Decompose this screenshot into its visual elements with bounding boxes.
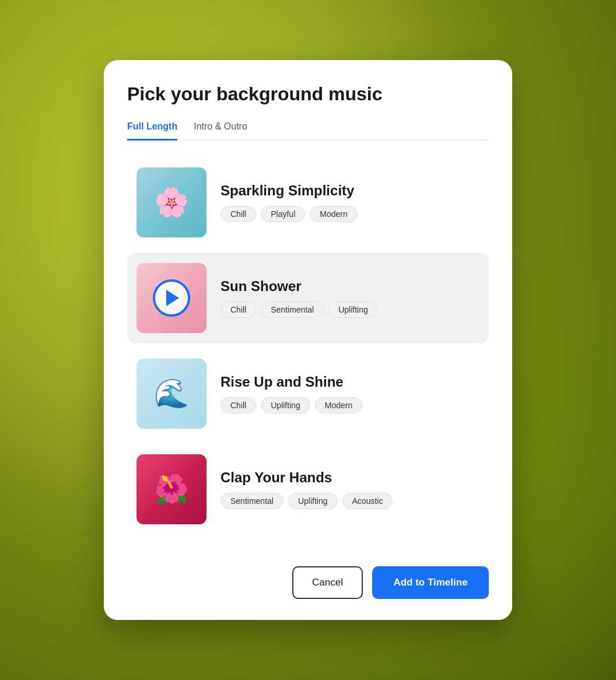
tag-chill-3: Chill [220, 397, 256, 413]
track-name-sun-shower: Sun Shower [220, 278, 480, 295]
tag-sentimental-1: Sentimental [261, 302, 324, 318]
tag-list-rise-up-and-shine: Chill Uplifting Modern [220, 397, 480, 413]
modal-title: Pick your background music [127, 83, 489, 105]
track-info-sparkling-simplicity: Sparkling Simplicity Chill Playful Moder… [206, 183, 480, 222]
tag-chill-1: Chill [220, 206, 256, 222]
tag-list-clap-your-hands: Sentimental Uplifting Acoustic [220, 493, 480, 509]
music-picker-modal: Pick your background music Full Length I… [104, 60, 512, 620]
tab-full-length[interactable]: Full Length [127, 121, 177, 141]
track-item-sun-shower[interactable]: Sun Shower Chill Sentimental Uplifting [127, 253, 489, 343]
tabs-bar: Full Length Intro & Outro [127, 121, 489, 141]
track-thumb-sparkling-simplicity [136, 167, 206, 237]
track-thumb-clap-your-hands [136, 454, 206, 524]
track-info-clap-your-hands: Clap Your Hands Sentimental Uplifting Ac… [206, 469, 480, 509]
tag-sentimental-2: Sentimental [220, 493, 284, 509]
track-info-sun-shower: Sun Shower Chill Sentimental Uplifting [206, 278, 480, 318]
tag-list-sun-shower: Chill Sentimental Uplifting [220, 302, 480, 318]
track-item-rise-up-and-shine[interactable]: Rise Up and Shine Chill Uplifting Modern [127, 348, 489, 439]
tag-list-sparkling-simplicity: Chill Playful Modern [220, 206, 480, 222]
track-name-rise-up-and-shine: Rise Up and Shine [220, 374, 480, 390]
track-item-sparkling-simplicity[interactable]: Sparkling Simplicity Chill Playful Moder… [127, 157, 489, 248]
tag-modern-1: Modern [310, 206, 357, 222]
track-info-rise-up-and-shine: Rise Up and Shine Chill Uplifting Modern [206, 374, 480, 413]
modal-footer: Cancel Add to Timeline [104, 552, 512, 620]
play-button-sun-shower[interactable] [153, 279, 190, 317]
track-name-clap-your-hands: Clap Your Hands [220, 469, 480, 486]
track-item-clap-your-hands[interactable]: Clap Your Hands Sentimental Uplifting Ac… [127, 444, 489, 535]
tag-uplifting-1: Uplifting [328, 302, 378, 318]
tag-modern-2: Modern [315, 397, 362, 413]
modal-content: Pick your background music Full Length I… [104, 60, 512, 552]
tag-acoustic: Acoustic [342, 493, 393, 509]
cancel-button[interactable]: Cancel [292, 566, 363, 599]
tab-intro-outro[interactable]: Intro & Outro [194, 121, 247, 141]
add-to-timeline-button[interactable]: Add to Timeline [372, 566, 489, 599]
track-name-sparkling-simplicity: Sparkling Simplicity [220, 183, 480, 199]
track-thumb-sun-shower [136, 263, 206, 333]
tag-uplifting-2: Uplifting [261, 397, 310, 413]
tag-uplifting-3: Uplifting [288, 493, 338, 509]
play-triangle-icon [166, 290, 179, 306]
tag-playful: Playful [261, 206, 305, 222]
tag-chill-2: Chill [220, 302, 256, 318]
track-thumb-rise-up-and-shine [136, 359, 206, 429]
track-list: Sparkling Simplicity Chill Playful Moder… [127, 157, 498, 552]
